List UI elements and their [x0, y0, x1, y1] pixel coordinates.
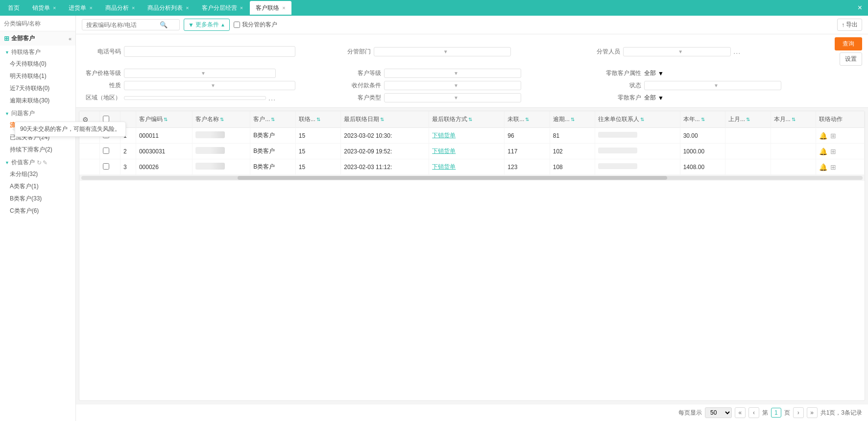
- tab-close-product-analysis-list[interactable]: ×: [186, 5, 189, 11]
- th-overdue[interactable]: 逾期...⇅: [550, 111, 595, 128]
- sidebar-item-today-contact[interactable]: 今天待联络(0): [0, 58, 75, 70]
- query-btn[interactable]: 查询: [835, 37, 862, 50]
- triangle-icon2: ▼: [5, 111, 9, 116]
- filter-value-retail-attr: 全部 ▼: [644, 69, 664, 77]
- td-last-method-1: 下销货单: [429, 144, 505, 159]
- blurred-person-0: [598, 132, 637, 138]
- more-action-icon-1[interactable]: ⊞: [830, 148, 836, 155]
- tab-purchase-order[interactable]: 进货单 ×: [63, 1, 98, 15]
- th-this-month[interactable]: 本月...⇅: [771, 111, 816, 128]
- export-btn[interactable]: ↑ 导出: [837, 19, 862, 31]
- filter-select-manager[interactable]: ▼: [623, 47, 731, 56]
- td-contact-1: 15: [295, 144, 340, 159]
- tab-close-customer-contact[interactable]: ×: [282, 5, 285, 11]
- contact-action-icon-2[interactable]: 🔔: [819, 163, 827, 171]
- contact-method-link-1[interactable]: 下销货单: [432, 148, 456, 154]
- prev-page-btn[interactable]: ‹: [748, 407, 759, 418]
- sidebar-item-tomorrow-contact[interactable]: 明天待联络(1): [0, 70, 75, 82]
- last-page-btn[interactable]: »: [807, 407, 818, 418]
- contact-method-link-0[interactable]: 下销货单: [432, 132, 456, 139]
- row-checkbox-2[interactable]: [103, 163, 109, 170]
- grid-icon: ⊞: [4, 35, 9, 42]
- scrollbar-thumb[interactable]: [238, 176, 667, 180]
- sidebar-item-overdue-contact[interactable]: 逾期未联络(30): [0, 95, 75, 107]
- filter-more-manager[interactable]: …: [733, 47, 741, 56]
- sidebar-item-class-a[interactable]: A类客户(1): [0, 180, 75, 193]
- th-last-contact-date[interactable]: 最后联络日期⇅: [341, 111, 429, 128]
- th-type[interactable]: 客户...⇅: [250, 111, 295, 128]
- per-page-label: 每页显示: [678, 409, 702, 417]
- filter-search-input[interactable]: [86, 22, 160, 28]
- filter-select-price-level[interactable]: ▼: [124, 69, 276, 78]
- filter-select-nature[interactable]: ▼: [124, 81, 295, 90]
- tab-product-analysis[interactable]: 商品分析 ×: [99, 1, 141, 15]
- tab-sales-order[interactable]: 销货单 ×: [26, 1, 62, 15]
- th-not-contacted[interactable]: 未联...⇅: [505, 111, 550, 128]
- tab-customer-segmentation[interactable]: 客户分层经营 ×: [196, 1, 249, 15]
- tab-close-purchase-order[interactable]: ×: [89, 5, 92, 11]
- td-last-date-0: 2023-03-02 10:30:: [341, 128, 429, 144]
- th-name[interactable]: 客户名称⇅: [192, 111, 250, 128]
- sort-icon-date: ⇅: [380, 117, 384, 122]
- group-pending-contact[interactable]: ▼ 待联络客户: [0, 46, 75, 58]
- sidebar-search-input[interactable]: [4, 20, 76, 27]
- td-not-contacted-1: 117: [505, 144, 550, 159]
- sidebar-item-declining[interactable]: 持续下滑客户(2): [0, 144, 75, 156]
- filter-select-payment[interactable]: ▼: [384, 81, 521, 90]
- my-customer-checkbox[interactable]: [234, 22, 240, 28]
- my-customer-checkbox-container[interactable]: 我分管的客户: [234, 21, 277, 29]
- add-group-icon[interactable]: ✎: [43, 159, 48, 166]
- sidebar-item-7day-contact[interactable]: 近7天待联络(0): [0, 82, 75, 95]
- filter-select-customer-type[interactable]: ▼: [384, 93, 521, 102]
- th-last-contact-method[interactable]: 最后联络方式⇅: [429, 111, 505, 128]
- td-contact-0: 15: [295, 128, 340, 144]
- filter-search-icon[interactable]: 🔍: [160, 21, 168, 28]
- tab-customer-contact[interactable]: 客户联络 ×: [250, 1, 291, 15]
- edit-group-icon[interactable]: ↻: [37, 159, 42, 166]
- tab-close-product-analysis[interactable]: ×: [132, 5, 135, 11]
- group-problem-customer[interactable]: ▼ 问题客户: [0, 107, 75, 119]
- page-suffix: 页: [784, 409, 790, 417]
- filter-select-status[interactable]: ▼: [644, 81, 781, 90]
- scrollbar-track: [81, 176, 863, 180]
- td-code-0: 000011: [136, 128, 192, 144]
- contact-action-icon-1[interactable]: 🔔: [819, 148, 827, 155]
- sidebar-collapse-btn[interactable]: «: [69, 36, 72, 42]
- tab-homepage[interactable]: 首页: [2, 1, 25, 15]
- group-value-customer[interactable]: ▼ 价值客户 ↻ ✎: [0, 156, 75, 168]
- next-page-btn[interactable]: ›: [793, 407, 804, 418]
- first-page-btn[interactable]: «: [735, 407, 746, 418]
- filter-select-region[interactable]: [124, 96, 266, 100]
- settings-btn[interactable]: 设置: [840, 52, 862, 66]
- per-page-select[interactable]: 50 100: [705, 407, 732, 418]
- filter-select-level[interactable]: ▼: [384, 69, 521, 78]
- sidebar-item-class-c[interactable]: C类客户(6): [0, 205, 75, 217]
- th-contact-count[interactable]: 联络...⇅: [295, 111, 340, 128]
- filter-row-2: 客户价格等级 ▼ 客户等级 ▼ 零散客户属性 全部: [82, 69, 862, 78]
- horizontal-scrollbar[interactable]: [79, 175, 865, 181]
- sidebar-root[interactable]: ⊞ 全部客户 «: [0, 31, 75, 46]
- sidebar-search-container: 🔍: [0, 16, 75, 31]
- more-action-icon-0[interactable]: ⊞: [830, 132, 836, 140]
- sidebar-item-class-b[interactable]: B类客户(33): [0, 193, 75, 205]
- filter-input-phone[interactable]: [124, 46, 295, 57]
- th-code[interactable]: 客户编码⇅: [136, 111, 192, 128]
- more-filter-btn[interactable]: ▼ 更多条件 ▲: [184, 19, 230, 31]
- th-contact-person[interactable]: 往来单位联系人⇅: [595, 111, 680, 128]
- filter-label-status: 状态: [602, 81, 641, 90]
- contact-action-icon-0[interactable]: 🔔: [819, 132, 827, 140]
- th-last-month[interactable]: 上月...⇅: [725, 111, 771, 128]
- select-all-checkbox[interactable]: [103, 116, 109, 122]
- close-all-tabs[interactable]: ×: [854, 3, 866, 12]
- contact-method-link-2[interactable]: 下销货单: [432, 163, 456, 170]
- row-checkbox-1[interactable]: [103, 148, 109, 154]
- sidebar-item-unclassified[interactable]: 未分组(32): [0, 168, 75, 180]
- filter-more-region[interactable]: …: [268, 94, 276, 102]
- filter-field-status: 状态 ▼: [602, 81, 862, 90]
- th-this-year[interactable]: 本年...⇅: [680, 111, 725, 128]
- more-action-icon-2[interactable]: ⊞: [830, 163, 836, 171]
- tab-product-analysis-list[interactable]: 商品分析列表 ×: [142, 1, 194, 15]
- filter-select-dept[interactable]: ▼: [374, 47, 511, 56]
- tab-close-customer-segmentation[interactable]: ×: [240, 5, 243, 11]
- tab-close-sales-order[interactable]: ×: [53, 5, 56, 11]
